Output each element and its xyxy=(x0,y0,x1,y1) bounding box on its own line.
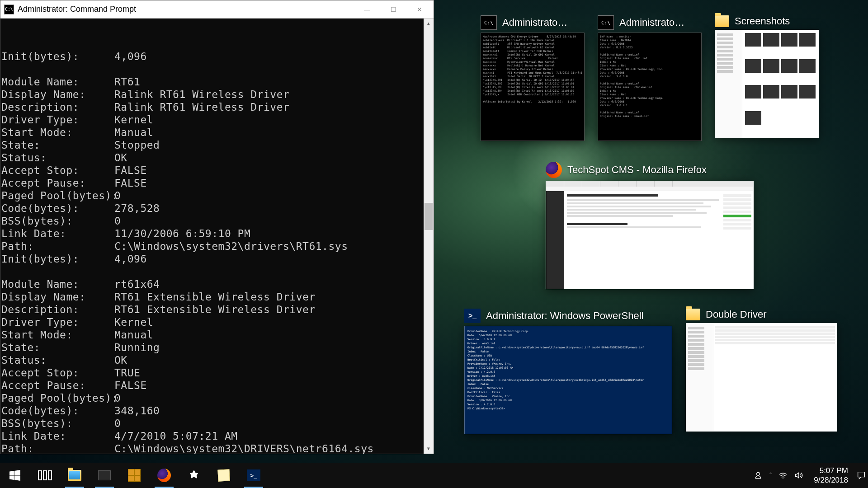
notification-icon xyxy=(856,470,866,480)
cmd-output-line: Accept Stop: TRUE xyxy=(1,366,432,379)
taskbar-notepad[interactable] xyxy=(209,463,239,488)
people-icon[interactable] xyxy=(754,471,763,480)
app-icon xyxy=(188,469,200,482)
cmd-title: Administrator: Command Prompt xyxy=(18,5,136,14)
command-prompt-window: C:\ Administrator: Command Prompt — ☐ ✕ … xyxy=(0,0,434,454)
explorer-icon xyxy=(68,470,81,481)
firefox-article-title xyxy=(567,194,658,197)
cmd-output-line: Code(bytes): 348,160 xyxy=(1,404,432,417)
cmd-output-line: Paged Pool(bytes): 0 xyxy=(1,392,432,404)
minimize-button[interactable]: — xyxy=(354,1,380,18)
cmd-output-line: Code(bytes): 278,528 xyxy=(1,202,432,215)
thumb-preview[interactable]: INF Name : monitor Class Name : NVIDIA D… xyxy=(598,33,702,141)
scroll-thumb[interactable] xyxy=(425,203,433,230)
maximize-button[interactable]: ☐ xyxy=(380,1,406,18)
cmd-titlebar[interactable]: C:\ Administrator: Command Prompt — ☐ ✕ xyxy=(0,0,434,19)
cmd-output-line: Paged Pool(bytes): 0 xyxy=(1,189,432,202)
cmd-output-line: Link Date: 11/30/2006 6:59:10 PM xyxy=(1,227,432,240)
cmd-icon: C:\ xyxy=(481,15,497,30)
cmd-output-line: Driver Type: Kernel xyxy=(1,113,432,126)
volume-icon[interactable] xyxy=(794,471,803,480)
scroll-down-arrow[interactable]: ▼ xyxy=(424,444,434,454)
close-button[interactable]: ✕ xyxy=(406,1,433,18)
taskview-icon xyxy=(38,470,52,480)
cmd-scrollbar[interactable]: ▲ ▼ xyxy=(424,19,434,454)
cmd-output-line: Module Name: rt61x64 xyxy=(1,278,432,291)
taskbar-clock[interactable]: 5:07 PM 9/28/2018 xyxy=(807,466,854,485)
firefox-icon xyxy=(157,469,171,482)
cmd-output-line: Init(bytes): 4,096 xyxy=(1,253,432,265)
cmd-output-line: State: Running xyxy=(1,341,432,354)
tray-chevron-icon[interactable]: ˄ xyxy=(769,472,772,479)
thumb-preview[interactable]: MaxProcessMemory GPU Energy Driver 8/27/… xyxy=(481,33,585,141)
thumb-preview[interactable]: ProviderName : Ralink Technology Corp. D… xyxy=(464,326,672,434)
wifi-icon[interactable] xyxy=(778,471,788,480)
taskview-thumb-cmd1[interactable]: C:\ Administrato… MaxProcessMemory GPU E… xyxy=(481,15,585,141)
filezilla-icon xyxy=(128,469,141,482)
clock-time: 5:07 PM xyxy=(814,466,848,475)
taskview-thumb-powershell[interactable]: >_ Administrator: Windows PowerShell Pro… xyxy=(464,309,672,434)
cmd-output-line: Path: C:\Windows\system32\drivers\RT61.s… xyxy=(1,240,432,253)
taskbar-filezilla[interactable] xyxy=(119,463,149,488)
thumb-title: TechSpot CMS - Mozilla Firefox xyxy=(567,164,707,176)
taskview-thumb-firefox[interactable]: TechSpot CMS - Mozilla Firefox xyxy=(546,162,754,289)
cmd-icon: C:\ xyxy=(598,15,614,30)
start-button[interactable] xyxy=(0,463,30,488)
taskbar-powershell[interactable]: >_ xyxy=(239,463,269,488)
cmd-output-line: Path: C:\Windows\system32\DRIVERS\netr61… xyxy=(1,442,432,454)
cmd-output-line: Status: OK xyxy=(1,354,432,366)
taskbar-cmd[interactable] xyxy=(90,463,119,488)
cmd-output-line: Driver Type: Kernel xyxy=(1,316,432,328)
system-tray: ˄ xyxy=(749,471,807,480)
cmd-output-line: BSS(bytes): 0 xyxy=(1,215,432,227)
taskview-button[interactable] xyxy=(30,463,60,488)
thumb-preview[interactable] xyxy=(686,323,837,432)
scroll-up-arrow[interactable]: ▲ xyxy=(424,19,434,28)
cmd-output-line: Start Mode: Manual xyxy=(1,126,432,139)
cmd-output-line: Accept Pause: FALSE xyxy=(1,177,432,189)
powershell-icon: >_ xyxy=(464,309,481,323)
notepad-icon xyxy=(217,469,230,481)
taskbar-explorer[interactable] xyxy=(60,463,90,488)
thumb-preview[interactable] xyxy=(715,30,819,138)
folder-icon xyxy=(715,15,729,27)
cmd-output-line: Link Date: 4/7/2010 5:07:21 AM xyxy=(1,430,432,442)
cmd-output-line: State: Stopped xyxy=(1,139,432,151)
cmd-output-line: Module Name: RT61 xyxy=(1,75,432,88)
taskview-thumb-screenshots[interactable]: Screenshots xyxy=(715,15,819,138)
cmd-icon: C:\ xyxy=(4,5,14,14)
thumb-title: Administrato… xyxy=(502,17,567,28)
folder-icon xyxy=(686,309,700,320)
cmd-output-line: BSS(bytes): 0 xyxy=(1,417,432,430)
cmd-output-line: Start Mode: Manual xyxy=(1,328,432,341)
thumb-preview[interactable] xyxy=(546,181,754,289)
cmd-output-line: Status: OK xyxy=(1,151,432,164)
terminal-icon xyxy=(98,470,111,480)
clock-date: 9/28/2018 xyxy=(814,475,848,485)
action-center-button[interactable] xyxy=(854,463,868,488)
thumb-title: Double Driver xyxy=(706,309,767,320)
scroll-track[interactable] xyxy=(424,28,434,444)
taskview-thumb-cmd2[interactable]: C:\ Administrato… INF Name : monitor Cla… xyxy=(598,15,702,141)
powershell-icon: >_ xyxy=(247,469,260,481)
cmd-output-line: Accept Stop: FALSE xyxy=(1,164,432,177)
thumb-title: Screenshots xyxy=(735,15,790,27)
thumb-title: Administrato… xyxy=(619,17,684,28)
taskview-thumb-doubledriver[interactable]: Double Driver xyxy=(686,309,837,432)
cmd-output[interactable]: Init(bytes): 4,096 Module Name: RT61Disp… xyxy=(0,19,434,454)
cmd-output-line: Description: Ralink RT61 Wireless Driver xyxy=(1,101,432,113)
cmd-output-line: Accept Pause: FALSE xyxy=(1,379,432,392)
firefox-icon xyxy=(546,162,562,178)
thumb-title: Administrator: Windows PowerShell xyxy=(486,310,643,322)
taskbar: >_ ˄ 5:07 PM 9/28/2018 xyxy=(0,463,868,488)
windows-icon xyxy=(9,470,20,481)
cmd-output-line: Description: RT61 Extensible Wireless Dr… xyxy=(1,303,432,316)
taskbar-firefox[interactable] xyxy=(149,463,179,488)
cmd-output-line: Display Name: RT61 Extensible Wireless D… xyxy=(1,291,432,303)
cmd-output-line: Init(bytes): 4,096 xyxy=(1,50,432,63)
cmd-output-line: Display Name: Ralink RT61 Wireless Drive… xyxy=(1,88,432,101)
taskbar-app[interactable] xyxy=(179,463,209,488)
